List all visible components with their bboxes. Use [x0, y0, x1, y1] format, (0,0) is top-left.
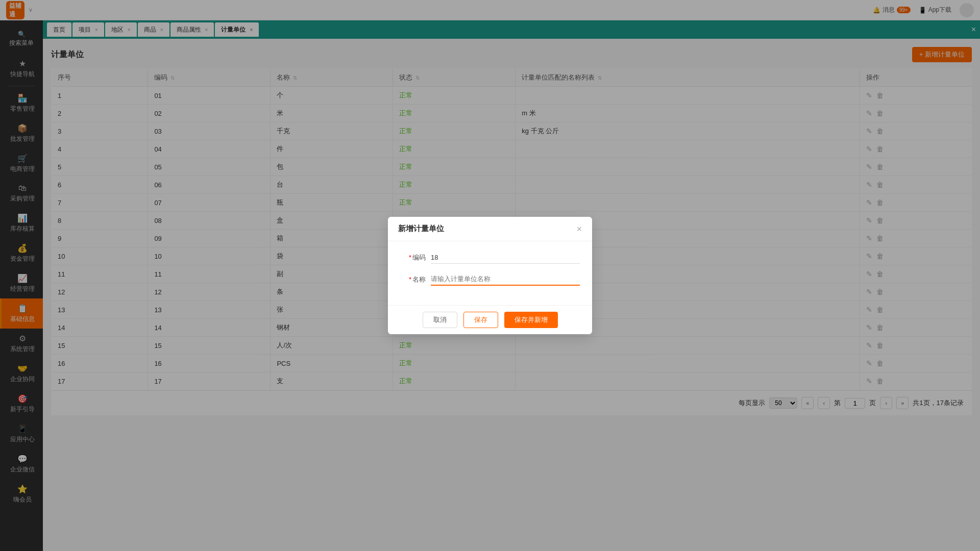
code-input[interactable]: [431, 252, 580, 264]
modal-close-button[interactable]: ×: [576, 224, 582, 234]
name-label: 名称: [400, 275, 431, 284]
form-row-name: 名称: [400, 273, 580, 286]
modal-title: 新增计量单位: [398, 224, 444, 234]
code-label: 编码: [400, 253, 431, 262]
modal-footer: 取消 保存 保存并新增: [388, 305, 592, 334]
save-button[interactable]: 保存: [463, 312, 498, 328]
modal-header: 新增计量单位 ×: [388, 217, 592, 241]
add-unit-modal: 新增计量单位 × 编码 名称 取消 保存 保存并新增: [388, 217, 592, 334]
form-row-code: 编码: [400, 252, 580, 264]
save-and-new-button[interactable]: 保存并新增: [504, 312, 558, 328]
modal-overlay[interactable]: 新增计量单位 × 编码 名称 取消 保存 保存并新增: [0, 0, 980, 551]
cancel-button[interactable]: 取消: [423, 312, 457, 328]
modal-body: 编码 名称: [388, 241, 592, 305]
name-input[interactable]: [431, 273, 580, 286]
